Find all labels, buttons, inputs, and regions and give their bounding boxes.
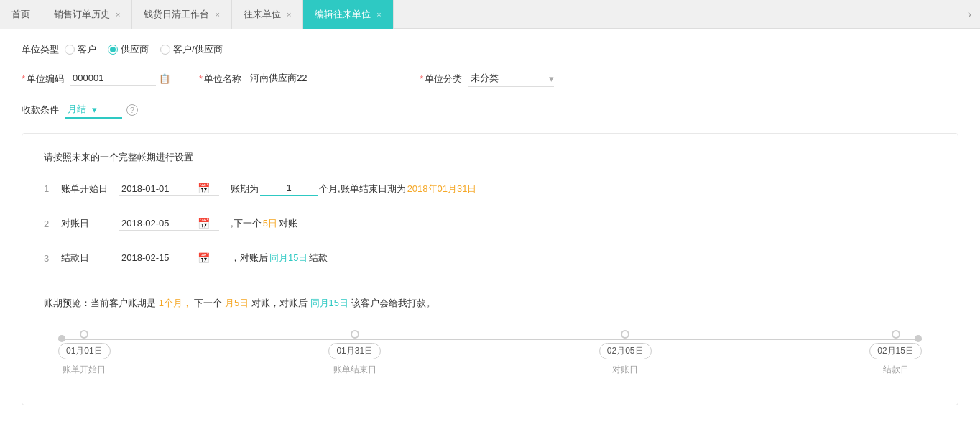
radio-both-label: 客户/供应商 xyxy=(173,43,223,56)
preview-reconcile-suffix: 对账，对账后 xyxy=(251,298,308,308)
row-3-desc: ，对账后 同月15日 结款 xyxy=(231,252,328,264)
page-content: 单位类型 客户 供应商 客户/供应商 * 单位编码 📋 xyxy=(0,29,980,437)
payment-arrow: ▾ xyxy=(92,104,97,115)
node-badge-3: 02月15日 xyxy=(869,343,922,359)
preview-reconcile-prefix: 下一个 xyxy=(194,298,222,308)
payment-condition-row: 收款条件 月结 ▾ ? xyxy=(22,101,958,119)
timeline-node-0: 01月01日 账单开始日 xyxy=(58,330,111,376)
setting-row-3: 3 结款日 📅 ，对账后 同月15日 结款 xyxy=(44,251,936,265)
row-1-month-input[interactable] xyxy=(260,181,318,196)
row-3-highlight: 同月15日 xyxy=(269,252,308,264)
node-badge-0: 01月01日 xyxy=(58,343,111,359)
setting-row-2: 2 对账日 📅 ,下一个 5日 对账 xyxy=(44,216,936,231)
unit-category-arrow: ▾ xyxy=(549,73,554,84)
tab-edit-partner-close[interactable]: × xyxy=(376,10,381,19)
unit-category-star: * xyxy=(420,73,423,84)
settings-box: 请按照未来的一个完整帐期进行设置 1 账单开始日 📅 账期为 个月,账单结束日期… xyxy=(22,133,958,405)
tab-home-label: 首页 xyxy=(11,8,30,21)
unit-code-wrap: 📋 xyxy=(70,71,170,86)
preview-reconcile-highlight: 月5日 xyxy=(225,298,249,308)
tab-partner[interactable]: 往来单位 × xyxy=(232,0,303,29)
node-dot-0 xyxy=(80,330,88,339)
preview-section: 账期预览：当前客户账期是 1个月， 下一个 月5日 对账，对账后 同月15日 该… xyxy=(44,285,936,387)
row-3-label: 结款日 xyxy=(61,252,119,264)
row-2-highlight: 5日 xyxy=(263,217,277,230)
unit-type-radio-group: 客户 供应商 客户/供应商 xyxy=(65,43,223,56)
row-1-desc-suffix: 个月,账单结束日期为 xyxy=(319,183,406,196)
unit-code-input[interactable] xyxy=(70,71,156,86)
node-dot-2 xyxy=(621,330,629,339)
radio-supplier[interactable]: 供应商 xyxy=(108,43,149,56)
unit-category-group: * 单位分类 未分类 ▾ xyxy=(420,70,554,87)
row-3-date-input[interactable] xyxy=(119,251,198,264)
timeline-node-1: 01月31日 账单结束日 xyxy=(328,330,381,376)
tab-edit-partner[interactable]: 编辑往来单位 × xyxy=(303,0,393,29)
row-3-desc-prefix: ，对账后 xyxy=(231,252,268,264)
tab-partner-close[interactable]: × xyxy=(287,10,291,19)
row-3-num: 3 xyxy=(44,253,61,264)
node-dot-3 xyxy=(892,330,900,339)
unit-code-copy-icon[interactable]: 📋 xyxy=(159,73,170,84)
tab-partner-label: 往来单位 xyxy=(244,8,281,21)
row-2-date-input[interactable] xyxy=(119,216,198,230)
unit-name-input[interactable] xyxy=(247,72,391,86)
preview-pay-suffix: 该客户会给我打款。 xyxy=(351,298,435,308)
settings-title: 请按照未来的一个完整帐期进行设置 xyxy=(44,151,936,164)
unit-code-group: * 单位编码 📋 xyxy=(22,71,170,86)
preview-period: 1个月， xyxy=(159,298,192,308)
radio-supplier-label: 供应商 xyxy=(121,43,149,56)
row-2-desc-suffix: 对账 xyxy=(279,217,297,230)
payment-select[interactable]: 月结 ▾ xyxy=(65,101,122,119)
tab-sales-history-close[interactable]: × xyxy=(116,10,120,19)
tab-cash-work-label: 钱货日清工作台 xyxy=(144,8,209,21)
unit-code-label: 单位编码 xyxy=(27,73,64,86)
row-2-label: 对账日 xyxy=(61,217,119,230)
unit-name-label: 单位名称 xyxy=(204,73,241,86)
node-desc-1: 账单结束日 xyxy=(333,364,376,376)
unit-category-select[interactable]: 未分类 ▾ xyxy=(468,70,554,87)
payment-condition-label: 收款条件 xyxy=(22,104,59,116)
unit-name-group: * 单位名称 xyxy=(199,72,391,86)
row-1-cal-icon[interactable]: 📅 xyxy=(198,183,210,194)
radio-both-circle xyxy=(160,45,170,55)
setting-row-1: 1 账单开始日 📅 账期为 个月,账单结束日期为 2018年01月31日 xyxy=(44,181,936,196)
preview-text: 账期预览：当前客户账期是 1个月， 下一个 月5日 对账，对账后 同月15日 该… xyxy=(44,297,936,310)
tab-edit-partner-label: 编辑往来单位 xyxy=(315,8,371,21)
payment-condition-field: 月结 ▾ ? xyxy=(65,101,138,119)
radio-supplier-circle xyxy=(108,45,118,55)
row-1-num: 1 xyxy=(44,183,61,194)
radio-customer[interactable]: 客户 xyxy=(65,43,96,56)
unit-code-star: * xyxy=(22,73,25,84)
radio-both[interactable]: 客户/供应商 xyxy=(160,43,223,56)
unit-category-value: 未分类 xyxy=(468,70,546,86)
row-1-highlight-date: 2018年01月31日 xyxy=(407,183,477,196)
unit-type-row: 单位类型 客户 供应商 客户/供应商 xyxy=(22,43,958,56)
help-icon[interactable]: ? xyxy=(126,104,138,116)
row-2-desc-prefix: ,下一个 xyxy=(231,217,262,230)
row-2-cal-icon[interactable]: 📅 xyxy=(198,218,210,229)
tabs-bar: 首页 销售订单历史 × 钱货日清工作台 × 往来单位 × 编辑往来单位 × › xyxy=(0,0,980,29)
row-3-desc-suffix: 结款 xyxy=(309,252,328,264)
tab-sales-history-label: 销售订单历史 xyxy=(54,8,110,21)
row-3-cal-icon[interactable]: 📅 xyxy=(198,252,210,264)
row-1-date-input[interactable] xyxy=(119,182,198,196)
row-2-num: 2 xyxy=(44,218,61,229)
tab-cash-work-close[interactable]: × xyxy=(215,10,219,19)
row-1-desc-prefix: 账期为 xyxy=(231,183,259,196)
tabs-expander[interactable]: › xyxy=(959,8,980,21)
row-2-date-wrap: 📅 xyxy=(119,216,219,231)
preview-pay-highlight: 同月15日 xyxy=(310,298,348,308)
tab-sales-history[interactable]: 销售订单历史 × xyxy=(42,0,132,29)
timeline-wrap: 01月01日 账单开始日 01月31日 账单结束日 02月05日 对账日 xyxy=(44,330,936,376)
row-1-label: 账单开始日 xyxy=(61,183,119,196)
node-desc-3: 结款日 xyxy=(883,364,909,376)
radio-customer-label: 客户 xyxy=(78,43,96,56)
row-2-desc: ,下一个 5日 对账 xyxy=(231,217,297,230)
tab-cash-work[interactable]: 钱货日清工作台 × xyxy=(132,0,231,29)
timeline-node-2: 02月05日 对账日 xyxy=(599,330,652,376)
unit-name-star: * xyxy=(199,73,203,84)
row-1-desc: 账期为 个月,账单结束日期为 2018年01月31日 xyxy=(231,181,476,196)
tab-home[interactable]: 首页 xyxy=(0,0,42,29)
node-desc-2: 对账日 xyxy=(612,364,638,376)
unit-info-row: * 单位编码 📋 * 单位名称 * 单位分类 未分类 ▾ xyxy=(22,70,958,87)
